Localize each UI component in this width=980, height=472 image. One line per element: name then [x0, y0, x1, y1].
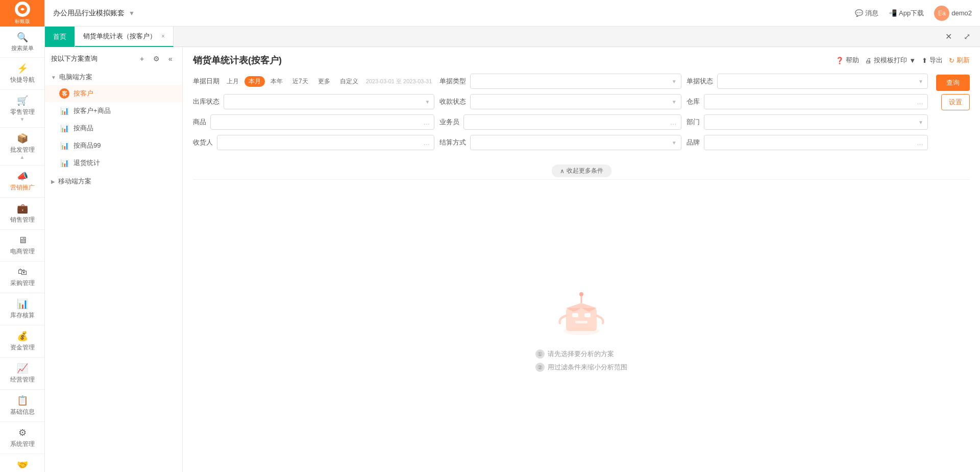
- out-status-label: 出库状态: [193, 97, 219, 106]
- print-btn[interactable]: 🖨 按模板打印 ▼: [865, 56, 916, 65]
- receiver-filter: 收货人 …: [193, 135, 434, 150]
- desktop-scheme-group: ▼ 电脑端方案 客 按客户 📊 按客户+商品 📊 按商品 📊: [45, 69, 182, 172]
- add-scheme-btn[interactable]: +: [136, 53, 148, 64]
- sidebar-search-label: 搜索菜单: [11, 44, 34, 52]
- sidebar-item-operation[interactable]: 📈 经营管理: [0, 358, 44, 390]
- app-download-btn[interactable]: 📲 App下载: [889, 9, 924, 18]
- collapse-panel-btn[interactable]: «: [165, 53, 176, 64]
- wholesale-icon: 📦: [17, 133, 28, 144]
- warehouse-dots: …: [917, 98, 923, 106]
- date-filter: 单据日期 上月 本月 本年 近7天 更多 自定义 2023-03-01 至 20…: [193, 76, 434, 87]
- date-tab-this-month[interactable]: 本月: [244, 76, 265, 87]
- sidebar-item-marketing[interactable]: 📣 营销推广: [0, 166, 44, 198]
- sidebar-item-sales[interactable]: 💼 销售管理: [0, 198, 44, 230]
- receiver-label: 收货人: [193, 138, 213, 147]
- order-type-select[interactable]: ▼: [470, 74, 681, 89]
- scheme-item-goods99-label: 按商品99: [74, 141, 101, 150]
- order-status-select[interactable]: ▼: [717, 74, 928, 89]
- tabbar: 首页 销货单统计表（按客户） × ✕ ⤢: [45, 27, 980, 47]
- help-btn[interactable]: ❓ 帮助: [836, 56, 859, 65]
- retail-arrow: ▼: [20, 116, 25, 122]
- user-btn[interactable]: Ea demo2: [934, 6, 972, 21]
- print-icon: 🖨: [865, 57, 872, 64]
- sidebar-retail-label: 零售管理: [10, 108, 35, 116]
- tab-close-btn[interactable]: ×: [161, 33, 165, 40]
- receive-status-select[interactable]: ▼: [470, 94, 681, 109]
- warehouse-select[interactable]: …: [704, 94, 928, 109]
- date-tab-7days[interactable]: 近7天: [288, 76, 312, 87]
- print-arrow: ▼: [909, 57, 916, 64]
- empty-state: ① 请先选择要分析的方案 ② 用过滤条件来缩小分析范围: [183, 180, 980, 472]
- collapse-icon: ∧: [560, 168, 565, 175]
- svg-rect-2: [566, 308, 597, 331]
- scheme-item-by-goods[interactable]: 📊 按商品: [45, 120, 182, 137]
- sidebar-system-label: 系统管理: [10, 440, 35, 449]
- settlement-label: 结算方式: [439, 138, 466, 147]
- out-status-filter: 出库状态 ▼: [193, 94, 434, 109]
- scheme-item-customer-label: 按客户: [74, 89, 93, 98]
- page-title: 销货单统计表(按客户): [193, 54, 282, 66]
- salesperson-select[interactable]: …: [463, 114, 681, 130]
- refresh-label: 刷新: [957, 56, 970, 65]
- dept-arrow: ▼: [918, 120, 923, 125]
- order-status-label: 单据状态: [687, 77, 713, 86]
- sidebar-sales-label: 销售管理: [10, 216, 35, 224]
- scheme-item-customer-goods[interactable]: 📊 按客户+商品: [45, 102, 182, 120]
- left-panel-title: 按以下方案查询: [51, 54, 133, 63]
- desktop-group-header[interactable]: ▼ 电脑端方案: [45, 69, 182, 85]
- date-tab-custom[interactable]: 自定义: [336, 76, 362, 87]
- scheme-item-by-customer[interactable]: 客 按客户: [45, 85, 182, 102]
- order-type-filter: 单据类型 ▼: [439, 74, 681, 89]
- sidebar-item-inventory[interactable]: 📊 库存核算: [0, 293, 44, 325]
- date-tab-last-month[interactable]: 上月: [223, 76, 243, 87]
- tab-home[interactable]: 首页: [45, 27, 75, 47]
- sidebar-item-purchase[interactable]: 🛍 采购管理: [0, 262, 44, 293]
- scheme-item-return-stats[interactable]: 📊 退货统计: [45, 154, 182, 172]
- settings-button[interactable]: 设置: [941, 94, 970, 110]
- receiver-select[interactable]: …: [217, 135, 434, 150]
- cooperation-icon: 🤝: [17, 459, 28, 470]
- collapse-btn[interactable]: ∧ 收起更多条件: [552, 164, 611, 177]
- search-button[interactable]: 查询: [936, 75, 970, 91]
- sidebar-item-finance[interactable]: 💰 资金管理: [0, 325, 44, 358]
- goods-select[interactable]: …: [210, 114, 434, 130]
- industry-arrow[interactable]: ▼: [129, 10, 135, 17]
- sidebar-item-search[interactable]: 🔍 搜索菜单: [0, 27, 44, 58]
- sidebar-item-ecommerce[interactable]: 🖥 电商管理: [0, 230, 44, 262]
- sidebar-item-basic[interactable]: 📋 基础信息: [0, 390, 44, 422]
- dept-select[interactable]: ▼: [704, 114, 928, 130]
- sidebar-quicknav-label: 快捷导航: [10, 76, 35, 84]
- settlement-select[interactable]: ▼: [470, 135, 681, 150]
- left-panel-header: 按以下方案查询 + ⚙ «: [45, 53, 182, 64]
- inventory-icon: 📊: [17, 298, 28, 310]
- sidebar-item-wholesale[interactable]: 📦 批发管理 ▲: [0, 128, 44, 166]
- tab-sales-stats[interactable]: 销货单统计表（按客户） ×: [75, 27, 174, 47]
- search-icon: 🔍: [17, 32, 28, 43]
- app-download-label: App下载: [899, 9, 924, 18]
- out-status-select[interactable]: ▼: [224, 94, 434, 109]
- refresh-btn[interactable]: ↻ 刷新: [949, 56, 970, 65]
- chart-icon-1: 📊: [59, 106, 69, 116]
- order-type-label: 单据类型: [439, 77, 466, 86]
- scheme-item-by-goods-99[interactable]: 📊 按商品99: [45, 137, 182, 154]
- sidebar: 标账版 🔍 搜索菜单 ⚡ 快捷导航 🛒 零售管理 ▼ 📦 批发管理 ▲ 📣 营销…: [0, 0, 45, 472]
- brand-select[interactable]: …: [704, 135, 928, 150]
- mobile-group-header[interactable]: ▶ 移动端方案: [45, 174, 182, 189]
- settings-scheme-btn[interactable]: ⚙: [151, 53, 162, 64]
- tip2-num: ②: [535, 363, 545, 372]
- sidebar-item-system[interactable]: ⚙ 系统管理: [0, 422, 44, 454]
- date-tab-this-year[interactable]: 本年: [266, 76, 287, 87]
- customer-icon: 客: [59, 88, 69, 99]
- order-status-arrow: ▼: [918, 79, 923, 84]
- date-tab-more[interactable]: 更多: [314, 76, 334, 87]
- tab-expand-btn[interactable]: ⤢: [960, 30, 974, 44]
- tab-close-all-btn[interactable]: ✕: [941, 30, 955, 44]
- svg-rect-5: [575, 321, 587, 323]
- sidebar-item-quicknav[interactable]: ⚡ 快捷导航: [0, 58, 44, 90]
- sidebar-item-retail[interactable]: 🛒 零售管理 ▼: [0, 90, 44, 128]
- export-btn[interactable]: ⬆ 导出: [922, 56, 943, 65]
- tip2-text: 用过滤条件来缩小分析范围: [548, 363, 627, 372]
- avatar-text: Ea: [938, 10, 946, 17]
- message-btn[interactable]: 💬 消息: [855, 9, 878, 18]
- sidebar-item-cooperation[interactable]: 🤝 企业协同: [0, 454, 44, 472]
